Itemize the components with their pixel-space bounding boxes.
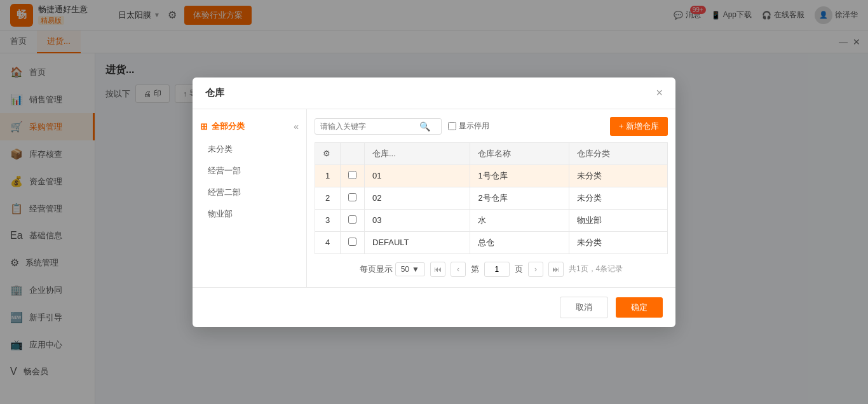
page-size-dropdown[interactable]: 50 ▼ <box>395 262 425 276</box>
last-page-btn[interactable]: ⏭ <box>548 262 564 277</box>
show-disabled-checkbox[interactable] <box>448 122 456 130</box>
row-code: 02 <box>365 187 470 209</box>
search-wrap[interactable]: 🔍 <box>315 118 442 135</box>
col-code[interactable]: 仓库... <box>365 142 470 165</box>
row-category: 未分类 <box>569 165 667 187</box>
page-unit: 页 <box>515 264 523 275</box>
row-checkbox[interactable] <box>341 231 365 253</box>
row-code: 03 <box>365 209 470 231</box>
col-category[interactable]: 仓库分类 <box>569 142 667 165</box>
table-row[interactable]: 3 03 水 物业部 <box>315 209 668 231</box>
show-disabled-label: 显示停用 <box>459 121 489 131</box>
row-num: 1 <box>315 165 341 187</box>
all-categories-label: 全部分类 <box>212 121 245 132</box>
table-toolbar: 🔍 显示停用 + 新增仓库 <box>315 117 668 136</box>
search-icon: 🔍 <box>419 121 430 131</box>
per-page-value: 50 <box>401 265 409 274</box>
col-settings: ⚙ <box>315 142 341 165</box>
page-total-info: 共1页，4条记录 <box>569 264 623 274</box>
col-name[interactable]: 仓库名称 <box>470 142 569 165</box>
dialog-title: 仓库 <box>205 87 224 99</box>
category-panel: ⊞ 全部分类 « 未分类 经营一部 经营二部 物业部 <box>193 109 307 287</box>
per-page-label: 每页显示 <box>360 264 393 275</box>
collapse-icon[interactable]: « <box>294 121 299 131</box>
row-checkbox[interactable] <box>341 187 365 209</box>
search-input[interactable] <box>320 122 416 131</box>
table-panel: 🔍 显示停用 + 新增仓库 ⚙ <box>307 109 675 287</box>
row-name: 2号仓库 <box>470 187 569 209</box>
table-row[interactable]: 2 02 2号仓库 未分类 <box>315 187 668 209</box>
next-page-btn[interactable]: › <box>528 262 543 277</box>
show-disabled-wrap: 显示停用 <box>448 121 489 131</box>
category-item-unclassified[interactable]: 未分类 <box>193 138 306 160</box>
row-name: 总仓 <box>470 231 569 253</box>
confirm-button[interactable]: 确定 <box>616 297 663 318</box>
row-num: 4 <box>315 231 341 253</box>
page-label: 第 <box>471 264 479 275</box>
table-row[interactable]: 4 DEFAULT 总仓 未分类 <box>315 231 668 253</box>
all-categories-btn[interactable]: ⊞ 全部分类 <box>200 121 245 132</box>
warehouse-dialog: 仓库 × ⊞ 全部分类 « 未分类 经营一部 经营二部 物业部 <box>193 77 675 327</box>
cancel-button[interactable]: 取消 <box>560 297 608 318</box>
row-code: 01 <box>365 165 470 187</box>
row-num: 3 <box>315 209 341 231</box>
row-code: DEFAULT <box>365 231 470 253</box>
page-size-select: 每页显示 50 ▼ <box>360 262 425 276</box>
row-name: 水 <box>470 209 569 231</box>
category-item-ops1[interactable]: 经营一部 <box>193 160 306 182</box>
row-checkbox[interactable] <box>341 209 365 231</box>
dropdown-arrow-icon: ▼ <box>412 265 419 274</box>
col-check <box>341 142 365 165</box>
dialog-header: 仓库 × <box>193 77 675 109</box>
row-category: 物业部 <box>569 209 667 231</box>
page-input[interactable] <box>484 262 510 277</box>
grid-icon: ⊞ <box>200 121 208 131</box>
row-num: 2 <box>315 187 341 209</box>
category-item-ops2[interactable]: 经营二部 <box>193 182 306 203</box>
row-name: 1号仓库 <box>470 165 569 187</box>
pagination: 每页显示 50 ▼ ⏮ ‹ 第 页 › ⏭ 共1页，4条记录 <box>315 254 668 279</box>
dialog-close-btn[interactable]: × <box>656 86 663 100</box>
first-page-btn[interactable]: ⏮ <box>430 262 445 277</box>
prev-page-btn[interactable]: ‹ <box>451 262 466 277</box>
row-checkbox[interactable] <box>341 165 365 187</box>
modal-overlay: 仓库 × ⊞ 全部分类 « 未分类 经营一部 经营二部 物业部 <box>0 0 868 404</box>
category-header: ⊞ 全部分类 « <box>193 117 306 138</box>
row-category: 未分类 <box>569 231 667 253</box>
dialog-body: ⊞ 全部分类 « 未分类 经营一部 经营二部 物业部 🔍 <box>193 109 675 287</box>
category-item-property[interactable]: 物业部 <box>193 203 306 225</box>
add-warehouse-btn[interactable]: + 新增仓库 <box>610 117 668 136</box>
dialog-footer: 取消 确定 <box>193 287 675 327</box>
table-row[interactable]: 1 01 1号仓库 未分类 <box>315 165 668 187</box>
row-category: 未分类 <box>569 187 667 209</box>
warehouse-table: ⚙ 仓库... 仓库名称 仓库分类 <box>315 142 668 254</box>
